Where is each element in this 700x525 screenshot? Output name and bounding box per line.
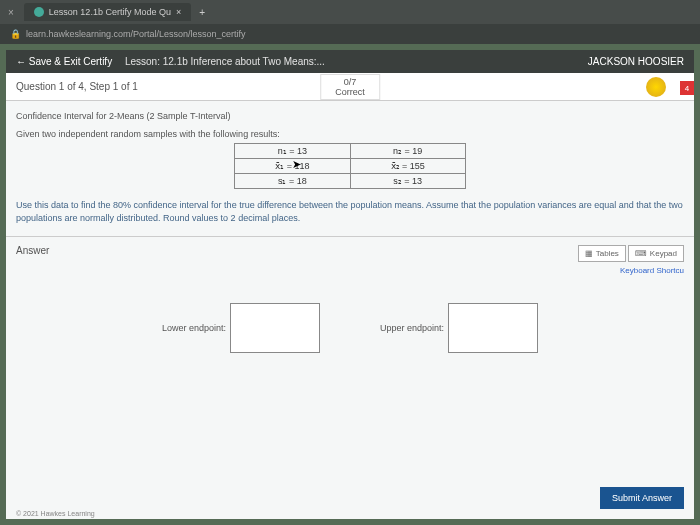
cell-s1: s₁ = 18 (235, 174, 350, 189)
keypad-icon: ⌨ (635, 249, 647, 258)
question-body: Confidence Interval for 2-Means (2 Sampl… (6, 101, 694, 363)
instructions: Use this data to find the 80% confidence… (16, 199, 684, 224)
lesson-header: ← Save & Exit Certify Lesson: 12.1b Infe… (6, 50, 694, 73)
data-table: n₁ = 13n₂ = 19 x̄₁ = 118x̄₂ = 155 s₁ = 1… (234, 143, 466, 189)
answer-header-row: Answer ▦Tables ⌨Keypad Keyboard Shortcu (16, 237, 684, 283)
question-title: Question 1 of 4, Step 1 of 1 (16, 81, 138, 92)
given-text: Given two independent random samples wit… (16, 129, 684, 139)
tab-favicon-icon (34, 7, 44, 17)
new-tab-button[interactable]: + (199, 7, 205, 18)
answer-label: Answer (16, 245, 49, 256)
cell-n2: n₂ = 19 (350, 144, 465, 159)
score-value: 0/7 (335, 77, 365, 87)
tool-buttons: ▦Tables ⌨Keypad Keyboard Shortcu (578, 245, 684, 275)
question-header: Question 1 of 4, Step 1 of 1 0/7 Correct… (6, 73, 694, 101)
keypad-button[interactable]: ⌨Keypad (628, 245, 684, 262)
tables-button[interactable]: ▦Tables (578, 245, 626, 262)
cell-x2: x̄₂ = 155 (350, 159, 465, 174)
tab-close-icon[interactable]: × (176, 7, 181, 17)
upper-endpoint-input[interactable] (448, 303, 538, 353)
save-exit-button[interactable]: ← Save & Exit Certify (16, 56, 112, 67)
upper-endpoint-label: Upper endpoint: (380, 323, 444, 333)
tab-title: Lesson 12.1b Certify Mode Qu (49, 7, 171, 17)
url-text: learn.hawkeslearning.com/Portal/Lesson/l… (26, 29, 246, 39)
lesson-title: Lesson: 12.1b Inference about Two Means:… (125, 56, 325, 67)
upper-endpoint-group: Upper endpoint: (380, 303, 538, 353)
lesson-card: ← Save & Exit Certify Lesson: 12.1b Infe… (6, 50, 694, 519)
notification-badge[interactable]: 4 (680, 81, 694, 95)
cell-n1: n₁ = 13 (235, 144, 350, 159)
submit-answer-button[interactable]: Submit Answer (600, 487, 684, 509)
page-background: ← Save & Exit Certify Lesson: 12.1b Infe… (0, 44, 700, 525)
close-icon[interactable]: × (8, 7, 14, 18)
topic-label: Confidence Interval for 2-Means (2 Sampl… (16, 111, 684, 121)
grid-icon: ▦ (585, 249, 593, 258)
cell-s2: s₂ = 13 (350, 174, 465, 189)
address-bar[interactable]: 🔒 learn.hawkeslearning.com/Portal/Lesson… (0, 24, 700, 44)
browser-tab[interactable]: Lesson 12.1b Certify Mode Qu × (24, 3, 191, 21)
copyright: © 2021 Hawkes Learning (16, 510, 95, 517)
lower-endpoint-group: Lower endpoint: (162, 303, 320, 353)
browser-tab-bar: × Lesson 12.1b Certify Mode Qu × + (0, 0, 700, 24)
user-name: JACKSON HOOSIER (588, 56, 684, 67)
medal-icon[interactable] (646, 77, 666, 97)
lower-endpoint-label: Lower endpoint: (162, 323, 226, 333)
lock-icon: 🔒 (10, 29, 21, 39)
cell-x1: x̄₁ = 118 (235, 159, 350, 174)
endpoints-row: Lower endpoint: Upper endpoint: (16, 303, 684, 353)
score-label: Correct (335, 87, 365, 97)
lower-endpoint-input[interactable] (230, 303, 320, 353)
keyboard-shortcut-link[interactable]: Keyboard Shortcu (620, 266, 684, 275)
score-box: 0/7 Correct (320, 74, 380, 100)
